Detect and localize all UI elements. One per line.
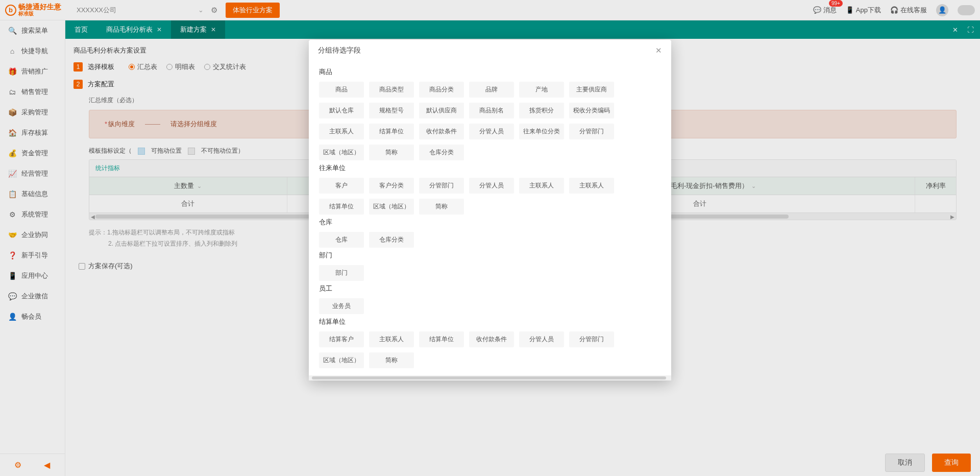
field-chip[interactable]: 仓库分类	[369, 232, 414, 248]
field-chip[interactable]: 主联系人	[319, 124, 364, 139]
field-group-chips: 部门	[319, 265, 661, 281]
modal-scroll-thumb[interactable]	[312, 376, 666, 379]
field-group-title: 往来单位	[319, 163, 661, 173]
field-chip[interactable]: 品牌	[469, 82, 514, 98]
field-chip[interactable]: 收付款条件	[469, 331, 514, 347]
field-chip[interactable]: 商品分类	[419, 82, 464, 98]
field-group-title: 结算单位	[319, 317, 661, 326]
field-chip[interactable]: 区域（地区）	[319, 352, 364, 368]
field-group-chips: 仓库仓库分类	[319, 232, 661, 248]
field-chip[interactable]: 默认供应商	[419, 103, 464, 118]
field-chip[interactable]: 分管人员	[519, 331, 564, 347]
field-group-chips: 客户客户分类分管部门分管人员主联系人主联系人结算单位区域（地区）简称	[319, 178, 661, 215]
field-selector-modal: 分组待选字段 ✕ 商品商品商品类型商品分类品牌产地主要供应商默认仓库规格型号默认…	[309, 40, 671, 380]
field-chip[interactable]: 客户分类	[369, 178, 414, 194]
field-group-chips: 业务员	[319, 298, 661, 314]
field-chip[interactable]: 简称	[369, 352, 414, 368]
modal-title: 分组待选字段	[318, 46, 361, 55]
field-chip[interactable]: 规格型号	[369, 103, 414, 118]
field-chip[interactable]: 简称	[419, 199, 464, 215]
field-chip[interactable]: 商品别名	[469, 103, 514, 118]
field-chip[interactable]: 拣货积分	[519, 103, 564, 118]
field-chip[interactable]: 分管部门	[569, 124, 614, 139]
field-chip[interactable]: 部门	[319, 265, 364, 281]
field-chip[interactable]: 主联系人	[569, 178, 614, 194]
field-chip[interactable]: 产地	[519, 82, 564, 98]
field-chip[interactable]: 默认仓库	[319, 103, 364, 118]
field-group-chips: 结算客户主联系人结算单位收付款条件分管人员分管部门区域（地区）简称	[319, 331, 661, 368]
field-chip[interactable]: 商品	[319, 82, 364, 98]
field-chip[interactable]: 客户	[319, 178, 364, 194]
field-group-title: 部门	[319, 251, 661, 260]
field-chip[interactable]: 区域（地区）	[369, 199, 414, 215]
modal-header: 分组待选字段 ✕	[309, 40, 671, 61]
field-group-chips: 商品商品类型商品分类品牌产地主要供应商默认仓库规格型号默认供应商商品别名拣货积分…	[319, 82, 661, 160]
field-chip[interactable]: 业务员	[319, 298, 364, 314]
field-chip[interactable]: 结算单位	[369, 124, 414, 139]
field-chip[interactable]: 结算单位	[319, 199, 364, 215]
field-chip[interactable]: 主要供应商	[569, 82, 614, 98]
field-chip[interactable]: 分管人员	[469, 124, 514, 139]
modal-h-scrollbar[interactable]	[309, 375, 671, 380]
field-chip[interactable]: 简称	[369, 145, 414, 160]
field-chip[interactable]: 区域（地区）	[319, 145, 364, 160]
modal-close-icon[interactable]: ✕	[655, 46, 662, 55]
field-chip[interactable]: 主联系人	[369, 331, 414, 347]
field-chip[interactable]: 收付款条件	[419, 124, 464, 139]
field-chip[interactable]: 税收分类编码	[569, 103, 614, 118]
field-chip[interactable]: 仓库	[319, 232, 364, 248]
field-chip[interactable]: 往来单位分类	[519, 124, 564, 139]
field-chip[interactable]: 分管部门	[419, 178, 464, 194]
field-chip[interactable]: 主联系人	[519, 178, 564, 194]
modal-body: 商品商品商品类型商品分类品牌产地主要供应商默认仓库规格型号默认供应商商品别名拣货…	[309, 61, 671, 375]
field-chip[interactable]: 商品类型	[369, 82, 414, 98]
field-chip[interactable]: 分管部门	[569, 331, 614, 347]
field-group-title: 仓库	[319, 218, 661, 227]
field-chip[interactable]: 结算客户	[319, 331, 364, 347]
field-group-title: 员工	[319, 284, 661, 293]
field-group-title: 商品	[319, 67, 661, 77]
field-chip[interactable]: 仓库分类	[419, 145, 464, 160]
field-chip[interactable]: 分管人员	[469, 178, 514, 194]
field-chip[interactable]: 结算单位	[419, 331, 464, 347]
modal-mask: 分组待选字段 ✕ 商品商品商品类型商品分类品牌产地主要供应商默认仓库规格型号默认…	[0, 0, 980, 476]
